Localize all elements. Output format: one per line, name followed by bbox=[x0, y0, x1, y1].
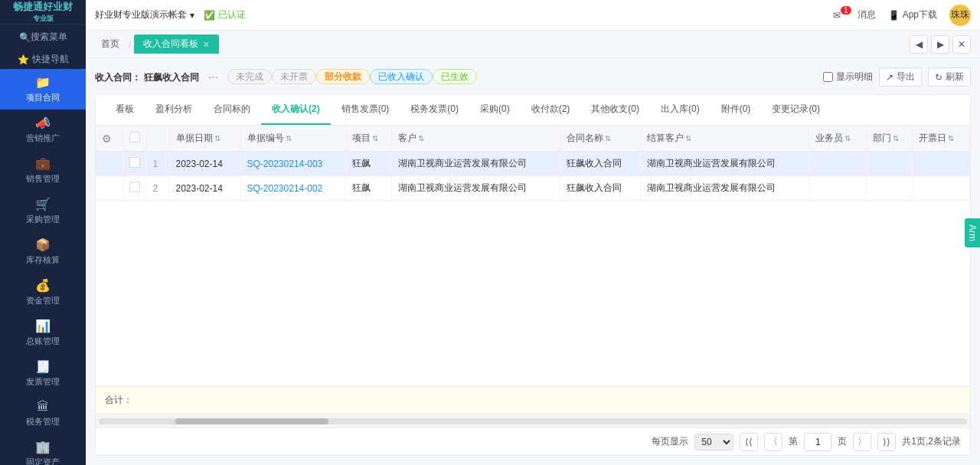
cell-customer: 湖南卫视商业运营发展有限公司 bbox=[392, 152, 560, 176]
show-detail-checkbox[interactable] bbox=[823, 72, 833, 82]
quick-nav[interactable]: ⭐ 快捷导航 bbox=[0, 50, 86, 69]
col-header-project[interactable]: 项目⇅ bbox=[345, 126, 392, 152]
status-partial[interactable]: 部分收款 bbox=[316, 69, 370, 84]
tab-purchase[interactable]: 采购(0) bbox=[469, 95, 521, 125]
logo-sub: 专业版 bbox=[33, 14, 54, 24]
tab-nav-right[interactable]: ▶ bbox=[931, 35, 949, 54]
tab-kanban[interactable]: 看板 bbox=[105, 95, 145, 125]
last-page-button[interactable]: ⟩⟩ bbox=[877, 433, 896, 451]
col-header-result_customer[interactable]: 结算客户⇅ bbox=[641, 126, 809, 152]
marketing-icon: 📣 bbox=[35, 116, 51, 130]
sidebar-item-invoice[interactable]: 🧾发票管理 bbox=[0, 353, 86, 394]
select-all-checkbox[interactable] bbox=[129, 132, 140, 142]
sidebar-item-capital[interactable]: 💰资金管理 bbox=[0, 272, 86, 313]
company-selector[interactable]: 好业财专业版演示帐套 ▾ bbox=[95, 8, 194, 21]
sidebar-search[interactable]: 🔍 搜索菜单 bbox=[0, 25, 86, 50]
show-detail-toggle[interactable]: 显示明细 bbox=[823, 70, 873, 84]
sort-customer-icon[interactable]: ⇅ bbox=[418, 134, 424, 142]
sidebar-item-fixed[interactable]: 🏢固定资产 bbox=[0, 434, 86, 465]
tab-change_log[interactable]: 变更记录(0) bbox=[761, 95, 831, 125]
table-area[interactable]: ⚙单据日期⇅单据编号⇅项目⇅客户⇅合同名称⇅结算客户⇅业务员⇅部门⇅开票日⇅ 1… bbox=[96, 126, 970, 386]
tab-profit[interactable]: 盈利分析 bbox=[145, 95, 203, 125]
sort-department-icon[interactable]: ⇅ bbox=[893, 134, 899, 142]
refresh-label: 刷新 bbox=[946, 70, 964, 84]
next-page-button[interactable]: 〉 bbox=[853, 433, 871, 451]
col-header-code[interactable]: 单据编号⇅ bbox=[240, 126, 345, 152]
sidebar-item-general[interactable]: 📊总账管理 bbox=[0, 313, 86, 353]
table-row[interactable]: 22023-02-14SQ-20230214-002狂飙湖南卫视商业运营发展有限… bbox=[96, 176, 970, 201]
home-tab[interactable]: 首页 bbox=[95, 34, 126, 54]
tab-warehouse[interactable]: 出入库(0) bbox=[650, 95, 710, 125]
row-checkbox[interactable] bbox=[129, 182, 140, 192]
cell-gear bbox=[96, 152, 122, 176]
col-header-contract[interactable]: 合同名称⇅ bbox=[560, 126, 641, 152]
row-checkbox[interactable] bbox=[129, 157, 140, 168]
col-header-department[interactable]: 部门⇅ bbox=[866, 126, 913, 152]
tab-nav-close[interactable]: ✕ bbox=[952, 35, 971, 54]
col-header-salesperson[interactable]: 业务员⇅ bbox=[808, 126, 866, 152]
sort-open_date-icon[interactable]: ⇅ bbox=[948, 134, 954, 142]
col-header-customer[interactable]: 客户⇅ bbox=[392, 126, 560, 152]
record-link[interactable]: SQ-20230214-002 bbox=[247, 183, 323, 194]
gear-icon[interactable]: ⚙ bbox=[102, 133, 112, 145]
sort-result_customer-icon[interactable]: ⇅ bbox=[685, 134, 691, 142]
contract-more-button[interactable]: ··· bbox=[208, 70, 218, 84]
sidebar-item-tax[interactable]: 🏛税务管理 bbox=[0, 394, 86, 434]
sidebar-item-sales[interactable]: 💼销售管理 bbox=[0, 150, 86, 191]
sort-code-icon[interactable]: ⇅ bbox=[286, 134, 292, 142]
cell-num: 2 bbox=[146, 176, 169, 201]
status-not_open[interactable]: 未开票 bbox=[272, 69, 316, 84]
sidebar-item-project[interactable]: 📁项目合同 bbox=[0, 69, 86, 110]
tab-label: 收入合同看板 bbox=[143, 38, 198, 51]
col-header-date[interactable]: 单据日期⇅ bbox=[169, 126, 240, 152]
export-icon: ↗ bbox=[886, 72, 893, 83]
tab-tax_invoice[interactable]: 税务发票(0) bbox=[400, 95, 469, 125]
sidebar-item-inventory[interactable]: 📦库存核算 bbox=[0, 231, 86, 272]
tab-close-icon[interactable]: × bbox=[203, 38, 209, 51]
sales-icon: 💼 bbox=[35, 156, 51, 171]
sort-contract-icon[interactable]: ⇅ bbox=[605, 134, 611, 142]
col-header-num bbox=[146, 126, 169, 152]
status-not_done[interactable]: 未完成 bbox=[227, 69, 272, 84]
sidebar-item-marketing[interactable]: 📣营销推广 bbox=[0, 110, 86, 150]
purchase-icon: 🛒 bbox=[35, 197, 51, 211]
first-page-button[interactable]: ⟨⟨ bbox=[740, 433, 758, 451]
export-button[interactable]: ↗ 导出 bbox=[879, 67, 922, 87]
sort-date-icon[interactable]: ⇅ bbox=[214, 134, 220, 142]
project-label: 项目合同 bbox=[26, 92, 60, 103]
tab-other_income[interactable]: 其他收支(0) bbox=[580, 95, 650, 125]
tab-sales_invoice[interactable]: 销售发票(0) bbox=[331, 95, 400, 125]
horizontal-scrollbar[interactable] bbox=[96, 414, 970, 427]
status-confirmed[interactable]: 已收入确认 bbox=[370, 69, 433, 84]
table-row[interactable]: 12023-02-14SQ-20230214-003狂飙湖南卫视商业运营发展有限… bbox=[96, 152, 970, 176]
app-download-button[interactable]: 📱 App下载 bbox=[888, 8, 937, 21]
col-header-open_date[interactable]: 开票日⇅ bbox=[913, 126, 970, 152]
sidebar-item-purchase[interactable]: 🛒采购管理 bbox=[0, 191, 86, 231]
tab-attachment[interactable]: 附件(0) bbox=[710, 95, 762, 125]
main-area: 好业财专业版演示帐套 ▾ ✅ 已认证 ✉ 1 消息 📱 App下载 珠珠 首页 … bbox=[86, 0, 980, 465]
cell-contract: 狂飙收入合同 bbox=[560, 176, 641, 201]
cell-code: SQ-20230214-002 bbox=[240, 176, 345, 201]
sort-project-icon[interactable]: ⇅ bbox=[372, 134, 378, 142]
tab-standard[interactable]: 合同标的 bbox=[203, 95, 261, 125]
user-avatar[interactable]: 珠珠 bbox=[949, 5, 971, 26]
tab-nav-left[interactable]: ◀ bbox=[910, 35, 928, 54]
tab-revenue[interactable]: 收入确认(2) bbox=[261, 95, 331, 125]
contract-header: 收入合同： 狂飙收入合同 ··· 未完成未开票部分收款已收入确认已生效 显示明细… bbox=[95, 67, 971, 87]
per-page-select[interactable]: 2050100 bbox=[694, 434, 733, 450]
tab-payment[interactable]: 收付款(2) bbox=[521, 95, 581, 125]
arm-float-button[interactable]: Arm bbox=[965, 218, 980, 247]
row-num: 2 bbox=[153, 183, 158, 194]
message-button[interactable]: ✉ 1 消息 bbox=[833, 8, 876, 21]
prev-page-button[interactable]: 〈 bbox=[764, 433, 782, 451]
breadcrumb-separator: / bbox=[129, 39, 131, 50]
status-effective[interactable]: 已生效 bbox=[433, 69, 477, 84]
refresh-button[interactable]: ↻ 刷新 bbox=[928, 67, 971, 87]
record-link[interactable]: SQ-20230214-003 bbox=[247, 159, 323, 169]
scrollbar-thumb[interactable] bbox=[175, 418, 328, 424]
contract-actions: 显示明细 ↗ 导出 ↻ 刷新 bbox=[823, 67, 971, 87]
cell-date: 2023-02-14 bbox=[169, 152, 240, 176]
sort-salesperson-icon[interactable]: ⇅ bbox=[844, 134, 851, 142]
contract-board-tab[interactable]: 收入合同看板 × bbox=[134, 34, 218, 54]
page-input[interactable] bbox=[804, 433, 831, 451]
